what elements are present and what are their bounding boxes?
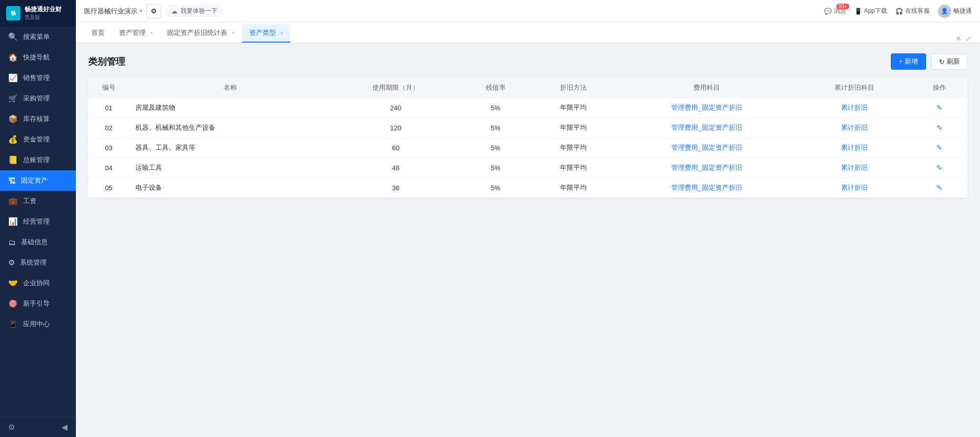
tab-close-asset-type[interactable]: ×: [280, 30, 283, 36]
tab-asset-type[interactable]: 资产类型×: [242, 24, 290, 43]
app-download-action[interactable]: 📱 App下载: [854, 7, 887, 15]
cooperation-icon: 🤝: [8, 279, 18, 288]
row-expense-subject-link-1[interactable]: 管理费用_固定资产折旧: [671, 124, 742, 131]
cloud-icon: ☁: [171, 8, 177, 15]
message-badge: 99+: [836, 4, 849, 9]
sidebar-label-operations: 经营管理: [23, 217, 50, 226]
sidebar-item-sales[interactable]: 📈 销售管理: [0, 68, 76, 88]
sidebar-item-payroll[interactable]: 💼 工资: [0, 191, 76, 211]
settings-icon[interactable]: ⚙: [8, 423, 15, 432]
table-row: 01房屋及建筑物2405%年限平均管理费用_固定资产折旧累计折旧✎: [88, 98, 968, 118]
demo-selector[interactable]: 医疗器械行业演示 ▾: [84, 7, 143, 16]
row-expense-subject-1[interactable]: 管理费用_固定资产折旧: [616, 118, 797, 138]
row-acc-subject-2[interactable]: 累计折旧: [797, 138, 911, 158]
close-window-icon[interactable]: ✕: [955, 34, 962, 43]
row-acc-subject-link-0[interactable]: 累计折旧: [841, 104, 868, 111]
row-expense-subject-link-0[interactable]: 管理费用_固定资产折旧: [671, 104, 742, 111]
row-expense-subject-link-3[interactable]: 管理费用_固定资产折旧: [671, 164, 742, 171]
row-acc-subject-3[interactable]: 累计折旧: [797, 158, 911, 178]
row-acc-subject-link-2[interactable]: 累计折旧: [841, 144, 868, 151]
edit-icon-1[interactable]: ✎: [936, 124, 943, 132]
online-service-action[interactable]: 🎧 在线客服: [895, 7, 930, 15]
sidebar-item-fixed-assets[interactable]: 🏗 固定资产: [0, 170, 76, 191]
sidebar-item-quick-nav[interactable]: 🏠 快捷导航: [0, 47, 76, 68]
tab-home[interactable]: 首页: [84, 24, 112, 43]
sidebar-label-payroll: 工资: [23, 196, 36, 206]
sidebar-item-app-center[interactable]: 📱 应用中心: [0, 314, 76, 334]
tab-label-asset-mgmt: 资产管理: [119, 28, 146, 37]
sidebar-item-search[interactable]: 🔍 搜索菜单: [0, 27, 76, 47]
sales-icon: 📈: [8, 73, 18, 83]
tab-close-asset-mgmt[interactable]: ×: [150, 30, 153, 36]
sidebar-footer: ⚙ ◀: [0, 417, 76, 437]
user-action[interactable]: 👤 畅捷通: [938, 5, 972, 18]
topbar-settings-button[interactable]: ⚙: [147, 4, 161, 18]
tab-depreciation-table[interactable]: 固定资产折旧统计表×: [160, 24, 242, 43]
chevron-down-icon: ▾: [139, 8, 143, 14]
row-acc-subject-1[interactable]: 累计折旧: [797, 118, 911, 138]
row-acc-subject-0[interactable]: 累计折旧: [797, 98, 911, 118]
row-residual-2: 5%: [460, 138, 531, 158]
row-expense-subject-link-2[interactable]: 管理费用_固定资产折旧: [671, 144, 742, 151]
row-action-4[interactable]: ✎: [912, 178, 968, 198]
row-acc-subject-link-3[interactable]: 累计折旧: [841, 164, 868, 171]
edit-icon-0[interactable]: ✎: [936, 104, 943, 112]
row-acc-subject-link-4[interactable]: 累计折旧: [841, 184, 868, 191]
row-period-2: 60: [331, 138, 461, 158]
app-version: 普及版: [25, 14, 62, 21]
sidebar-item-system[interactable]: ⚙ 系统管理: [0, 252, 76, 273]
basic-info-icon: 🗂: [8, 238, 16, 247]
system-icon: ⚙: [8, 258, 15, 267]
row-action-0[interactable]: ✎: [912, 98, 968, 118]
row-expense-subject-link-4[interactable]: 管理费用_固定资产折旧: [671, 184, 742, 191]
collapse-icon[interactable]: ◀: [62, 423, 68, 432]
sidebar-title-group: 畅捷通好业财 普及版: [25, 6, 62, 21]
purchase-icon: 🛒: [8, 94, 18, 103]
row-name-1: 机器、机械和其他生产设备: [129, 118, 331, 138]
row-expense-subject-2[interactable]: 管理费用_固定资产折旧: [616, 138, 797, 158]
tab-asset-mgmt[interactable]: 资产管理×: [112, 24, 160, 43]
refresh-button[interactable]: ↻ 刷新: [931, 53, 968, 70]
row-action-2[interactable]: ✎: [912, 138, 968, 158]
sidebar-label-basic-info: 基础信息: [21, 237, 48, 247]
col-header-4: 折旧方法: [531, 78, 616, 98]
row-action-1[interactable]: ✎: [912, 118, 968, 138]
sidebar-item-funds[interactable]: 💰 资金管理: [0, 129, 76, 150]
demo-name: 医疗器械行业演示: [84, 7, 137, 16]
row-acc-subject-4[interactable]: 累计折旧: [797, 178, 911, 198]
edit-icon-2[interactable]: ✎: [936, 144, 943, 152]
experience-text: 我要体验一下: [181, 7, 217, 15]
row-period-3: 48: [331, 158, 461, 178]
row-expense-subject-4[interactable]: 管理费用_固定资产折旧: [616, 178, 797, 198]
row-dep-method-3: 年限平均: [531, 158, 616, 178]
sidebar-item-purchase[interactable]: 🛒 采购管理: [0, 88, 76, 109]
row-expense-subject-0[interactable]: 管理费用_固定资产折旧: [616, 98, 797, 118]
new-button[interactable]: + 新增: [891, 53, 926, 70]
page-header: 类别管理 + 新增 ↻ 刷新: [88, 53, 968, 70]
inventory-icon: 📦: [8, 114, 18, 124]
sidebar-label-purchase: 采购管理: [23, 94, 50, 103]
row-expense-subject-3[interactable]: 管理费用_固定资产折旧: [616, 158, 797, 178]
row-acc-subject-link-1[interactable]: 累计折旧: [841, 124, 868, 131]
row-dep-method-0: 年限平均: [531, 98, 616, 118]
maximize-window-icon[interactable]: ⤢: [966, 34, 972, 43]
experience-button[interactable]: ☁ 我要体验一下: [165, 5, 224, 17]
tab-close-depreciation-table[interactable]: ×: [231, 30, 234, 36]
refresh-label: 刷新: [947, 57, 960, 66]
table-row: 05电子设备365%年限平均管理费用_固定资产折旧累计折旧✎: [88, 178, 968, 198]
sidebar-item-guide[interactable]: 🎯 新手引导: [0, 293, 76, 314]
sidebar-item-basic-info[interactable]: 🗂 基础信息: [0, 232, 76, 252]
row-action-3[interactable]: ✎: [912, 158, 968, 178]
sidebar-item-cooperation[interactable]: 🤝 企业协同: [0, 273, 76, 293]
col-header-2: 使用期限（月）: [331, 78, 461, 98]
edit-icon-3[interactable]: ✎: [936, 164, 943, 172]
sidebar-item-inventory[interactable]: 📦 库存核算: [0, 109, 76, 129]
sidebar-item-ledger[interactable]: 📒 总账管理: [0, 150, 76, 170]
app-center-icon: 📱: [8, 320, 18, 329]
sidebar-item-operations[interactable]: 📊 经营管理: [0, 211, 76, 232]
row-residual-3: 5%: [460, 158, 531, 178]
edit-icon-4[interactable]: ✎: [936, 184, 943, 192]
message-action[interactable]: 💬 消息 99+: [824, 7, 846, 15]
message-icon: 💬: [824, 8, 832, 15]
fixed-assets-icon: 🏗: [8, 176, 16, 185]
